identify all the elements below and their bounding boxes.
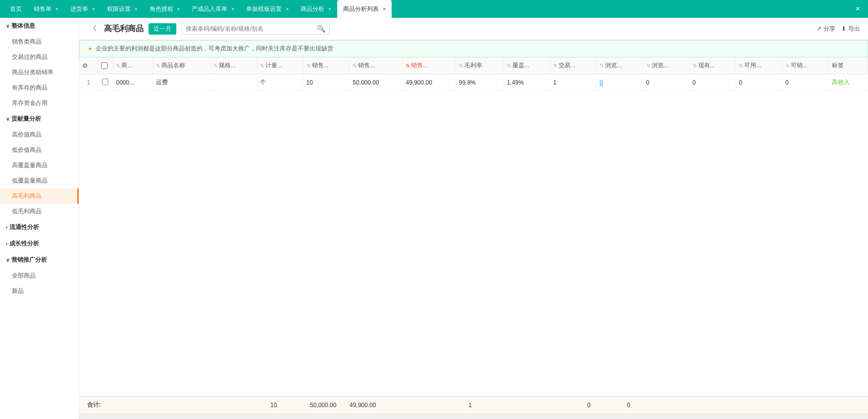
footer-available-stock: 0	[624, 402, 664, 409]
th-sales-profit[interactable]: ⇅销售...	[403, 57, 456, 74]
sidebar-item-all-goods[interactable]: 全部商品	[0, 268, 79, 283]
cell-browse1[interactable]: 0	[597, 74, 643, 91]
sort-icon: ⇅	[459, 63, 463, 68]
sidebar-group-marketing[interactable]: ∨ 营销推广分析	[0, 252, 79, 268]
header-actions: ↗ 分享 ⬇ 导出	[817, 25, 860, 33]
tab-sales[interactable]: 销售单 ×	[28, 0, 64, 18]
time-filter-button[interactable]: 近一月	[149, 23, 176, 35]
cell-current-stock: 0	[689, 74, 736, 91]
search-input[interactable]	[186, 25, 314, 32]
sort-icon: ⇅	[353, 63, 357, 68]
sidebar-group-growth[interactable]: › 成长性分析	[0, 235, 79, 252]
sort-icon: ⇅	[213, 63, 217, 68]
tab-template[interactable]: 单据模板设置 ×	[240, 0, 295, 18]
th-spec[interactable]: ⇅规格...	[210, 57, 257, 74]
close-icon[interactable]: ×	[177, 6, 180, 12]
sidebar-item-traded-goods[interactable]: 交易过的商品	[0, 49, 79, 65]
sort-icon: ⇅	[600, 63, 604, 68]
sidebar-item-low-margin[interactable]: 低毛利商品	[0, 204, 79, 219]
close-all-button[interactable]: ×	[852, 4, 864, 13]
th-coverage[interactable]: ⇅覆盖...	[504, 57, 550, 74]
sidebar-item-stock-capital[interactable]: 库存资金占用	[0, 95, 79, 111]
footer-empty7	[505, 402, 545, 409]
info-bar: ✦ 企业的主要的利润都是这部分商品创造的，可考虑加大推广，同时关注库存是不要出现…	[79, 40, 868, 57]
cell-unit: 个	[256, 74, 303, 91]
close-icon[interactable]: ×	[286, 6, 289, 12]
sidebar-item-sales-goods[interactable]: 销售类商品	[0, 34, 79, 49]
sort-icon: ⇅	[306, 63, 310, 68]
sidebar-group-overall[interactable]: ∨ 整体信息	[0, 18, 79, 34]
share-icon: ↗	[817, 25, 821, 32]
tab-product-analysis-list[interactable]: 商品分析列表 ×	[337, 0, 392, 18]
tab-purchase[interactable]: 进货单 ×	[64, 0, 101, 18]
close-icon[interactable]: ×	[55, 6, 58, 12]
tab-home[interactable]: 首页	[4, 0, 28, 18]
sidebar-item-low-value[interactable]: 低价值商品	[0, 142, 79, 158]
sort-icon: ⇅	[260, 63, 264, 68]
th-browse1[interactable]: ⇅浏览...	[597, 57, 643, 74]
th-sales-amount[interactable]: ⇅销售...	[350, 57, 403, 74]
share-button[interactable]: ↗ 分享	[817, 25, 835, 33]
close-icon[interactable]: ×	[328, 6, 331, 12]
export-icon: ⬇	[841, 25, 846, 32]
footer-sales-amount: 50,000.00	[307, 402, 347, 409]
page-title: 高毛利商品	[104, 24, 144, 34]
th-browse2[interactable]: ⇅浏览...	[643, 57, 689, 74]
sidebar-group-contribution[interactable]: ∨ 贡献量分析	[0, 111, 79, 127]
tab-product-analysis[interactable]: 商品分析 ×	[295, 0, 337, 18]
sidebar-item-high-coverage[interactable]: 高覆盖量商品	[0, 158, 79, 173]
cell-coverage: 1.49%	[504, 74, 550, 91]
cell-margin-rate: 99.8%	[456, 74, 504, 91]
tab-permission[interactable]: 权限设置 ×	[101, 0, 144, 18]
sort-icon: ⇅	[507, 63, 511, 68]
tab-role[interactable]: 角色授权 ×	[144, 0, 186, 18]
footer-current-stock: 0	[584, 402, 624, 409]
content-area: 《 高毛利商品 近一月 🔍 ↗ 分享 ⬇ 导出 ✦ 企业的主要的利润都是这部	[79, 18, 868, 419]
sidebar-item-high-value[interactable]: 高价值商品	[0, 127, 79, 142]
export-button[interactable]: ⬇ 导出	[841, 25, 860, 33]
row-checkbox[interactable]	[102, 79, 108, 85]
sidebar-item-in-stock[interactable]: 有库存的商品	[0, 80, 79, 95]
th-sales-qty[interactable]: ⇅销售...	[303, 57, 350, 74]
th-saleable-stock[interactable]: ⇅可销...	[782, 57, 828, 74]
scrollbar-area	[79, 413, 868, 419]
close-icon[interactable]: ×	[92, 6, 95, 12]
table-footer: 合计: 10 50,000.00 49,900.00 1 0 0	[79, 396, 868, 413]
cell-browse2: 0	[643, 74, 689, 91]
th-code[interactable]: ⇅商...	[113, 57, 153, 74]
close-icon[interactable]: ×	[383, 6, 386, 12]
th-name[interactable]: ⇅商品名称	[153, 57, 210, 74]
sidebar-group-liquidity[interactable]: › 流通性分析	[0, 219, 79, 235]
sidebar-item-low-coverage[interactable]: 低覆盖量商品	[0, 173, 79, 188]
main-layout: ∨ 整体信息 销售类商品 交易过的商品 商品分类助销率 有库存的商品 库存资金占…	[0, 18, 868, 419]
th-unit[interactable]: ⇅计量...	[256, 57, 303, 74]
sidebar-collapse-button[interactable]: 《	[87, 23, 99, 35]
cell-sales-amount: 50,000.00	[350, 74, 403, 91]
close-icon[interactable]: ×	[135, 6, 138, 12]
sidebar: ∨ 整体信息 销售类商品 交易过的商品 商品分类助销率 有库存的商品 库存资金占…	[0, 18, 79, 419]
cell-checkbox[interactable]	[98, 74, 113, 91]
close-icon[interactable]: ×	[231, 6, 234, 12]
content-header: 《 高毛利商品 近一月 🔍 ↗ 分享 ⬇ 导出	[79, 18, 868, 40]
info-message: 企业的主要的利润都是这部分商品创造的，可考虑加大推广，同时关注库存是不要出现缺货	[96, 45, 333, 53]
sidebar-item-category-rate[interactable]: 商品分类助销率	[0, 65, 79, 80]
search-box: 🔍	[181, 23, 330, 35]
footer-cell-empty2	[149, 402, 188, 409]
footer-cell-empty3	[188, 402, 228, 409]
th-margin-rate[interactable]: ⇅毛利率	[456, 57, 504, 74]
th-current-stock[interactable]: ⇅现有...	[689, 57, 736, 74]
th-transaction[interactable]: ⇅交易...	[550, 57, 597, 74]
th-tag[interactable]: 标签	[828, 57, 868, 74]
sort-icon: ⇅	[693, 63, 697, 68]
th-available-stock[interactable]: ⇅可用...	[736, 57, 782, 74]
sort-icon: ⇅	[553, 63, 557, 68]
select-all-checkbox[interactable]	[101, 62, 107, 69]
sidebar-item-new-goods[interactable]: 新品	[0, 283, 79, 299]
cell-transaction: 1	[550, 74, 597, 91]
search-icon[interactable]: 🔍	[317, 25, 325, 33]
footer-transaction: 1	[465, 402, 505, 409]
tab-product-inbound[interactable]: 产成品入库单 ×	[186, 0, 240, 18]
sidebar-item-high-margin[interactable]: 高毛利商品	[0, 188, 79, 204]
th-settings[interactable]: ⚙	[79, 57, 98, 74]
collapse-arrow-liquidity: ›	[6, 225, 7, 230]
